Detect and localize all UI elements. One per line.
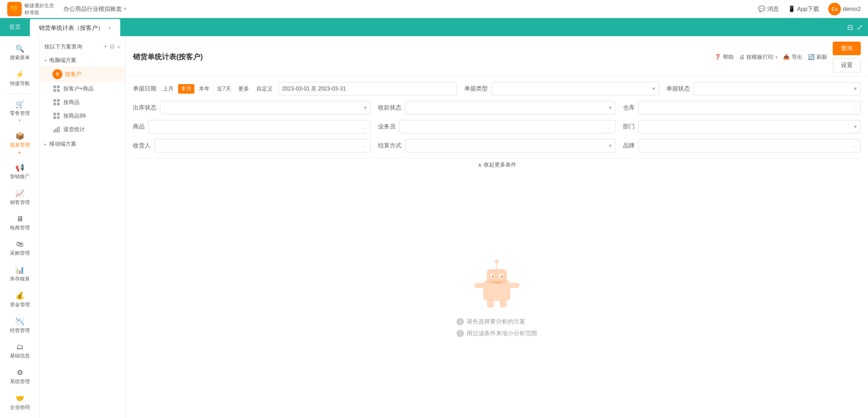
scheme-group-header-mobile[interactable]: ▸ 移动端方案 [40, 138, 125, 150]
order-status-chevron: ▾ [854, 86, 857, 92]
filter-row-4: 收货人 ... 结算方式 ▾ 品牌 [133, 139, 861, 152]
receiver-select[interactable]: ... [154, 139, 371, 152]
product-icon [52, 98, 61, 106]
svg-rect-0 [53, 86, 56, 88]
department-select[interactable]: ▾ [638, 120, 861, 133]
content-area: 按以下方案查询 + ⚙ « ▾ 电脑端方案 客 按客户 [40, 36, 868, 418]
header-actions: ❓ 帮助 🖨 按模板打印 ▾ 📤 导出 🔄 刷新 [714, 42, 861, 72]
out-status-select[interactable]: ▾ [160, 101, 371, 114]
warehouse-dots-icon[interactable]: ... [852, 104, 857, 111]
tab-expand-icon[interactable]: ⤢ [857, 23, 863, 32]
main-content-header: 销货单统计表(按客户) ❓ 帮助 🖨 按模板打印 ▾ 📤 导出 [126, 36, 868, 76]
tab-minimize-icon[interactable]: ⊟ [847, 23, 853, 32]
tab-close-icon[interactable]: × [108, 25, 111, 31]
export-icon: 📤 [783, 54, 790, 60]
message-icon: 💬 [758, 5, 765, 12]
settlement-chevron: ▾ [609, 142, 612, 149]
svg-rect-13 [55, 128, 57, 133]
filter-settlement: 结算方式 ▾ [378, 139, 616, 152]
query-button[interactable]: 查询 [833, 42, 861, 55]
payment-status-select[interactable]: ▾ [405, 101, 616, 114]
tab-home[interactable]: 首页 [0, 18, 30, 36]
collab-icon: 🤝 [15, 394, 24, 403]
user-menu[interactable]: Ea demo2 [828, 3, 861, 15]
tip-num-2: 2 [457, 330, 464, 337]
filter-order-status: 单据状态 ▾ [666, 82, 861, 95]
scheme-item-by-customer-product[interactable]: 按客户+商品 [40, 82, 125, 95]
help-button[interactable]: ❓ 帮助 [714, 53, 734, 61]
sidebar-item-collab[interactable]: 🤝 企业协同 [0, 390, 39, 415]
settings-scheme-icon[interactable]: ⚙ [109, 43, 115, 50]
sidebar-item-ecom[interactable]: 🖥 电商管理 [0, 210, 39, 236]
sidebar-item-marketing[interactable]: 📢 营销推广 [0, 159, 39, 185]
collapse-scheme-icon[interactable]: « [117, 43, 121, 50]
order-type-select[interactable]: ▾ [491, 82, 659, 95]
brand-select[interactable]: ... [638, 139, 861, 152]
industry-selector[interactable]: 办公用品行业模拟账套 ▾ [63, 5, 127, 13]
filter-out-status: 出库状态 ▾ [133, 101, 371, 114]
sidebar-item-guide[interactable]: 🎓 新手引导 [0, 415, 39, 418]
settings-button[interactable]: 设置 [833, 58, 861, 72]
sidebar-item-basic[interactable]: 🗂 基础信息 [0, 338, 39, 364]
svg-rect-3 [57, 89, 60, 92]
logo-area: 🧡 畅捷通好生意 标准版 [7, 2, 54, 16]
date-tab-7days[interactable]: 近7天 [214, 84, 234, 94]
filter-payment-status: 收款状态 ▾ [378, 101, 616, 114]
sidebar-item-search[interactable]: 🔍 搜索菜单 [0, 40, 39, 66]
product-dots-icon[interactable]: ... [362, 124, 367, 130]
date-tab-custom[interactable]: 自定义 [254, 84, 275, 94]
sidebar-item-retail[interactable]: 🛒 零售管理 ▾ [0, 95, 39, 127]
salesperson-select[interactable]: ... [399, 120, 616, 133]
filter-warehouse: 仓库 ... [623, 101, 861, 114]
sidebar-item-inventory[interactable]: 📊 库存核算 [0, 261, 39, 287]
order-status-select[interactable]: ▾ [693, 82, 861, 95]
empty-tips: 1 请先选择要分析的方案 2 用过滤条件来缩小分析范围 [457, 318, 537, 337]
sidebar-item-sales[interactable]: 📈 销售管理 [0, 185, 39, 210]
date-tab-more[interactable]: 更多 [236, 84, 252, 94]
settlement-select[interactable]: ▾ [405, 139, 616, 152]
scheme-group-header-desktop[interactable]: ▾ 电脑端方案 [40, 54, 125, 66]
export-button[interactable]: 📤 导出 [783, 53, 802, 61]
sidebar-item-finance[interactable]: 💰 资金管理 [0, 287, 39, 313]
filter-product: 商品 ... [133, 120, 371, 133]
print-button[interactable]: 🖨 按模板打印 ▾ [739, 53, 778, 61]
svg-point-21 [501, 275, 503, 277]
department-chevron: ▾ [854, 124, 857, 130]
scheme-item-by-customer[interactable]: 客 按客户 [40, 66, 125, 82]
scheme-desktop-group: ▾ 电脑端方案 客 按客户 按客户+商品 按商 [40, 53, 125, 137]
finance-icon: 💰 [15, 291, 24, 300]
tip-num-1: 1 [457, 318, 464, 325]
filter-receiver: 收货人 ... [133, 139, 371, 152]
empty-illustration [470, 258, 524, 312]
warehouse-select[interactable]: ... [638, 101, 861, 114]
main-layout: 🔍 搜索菜单 ⚡ 快捷导航 🛒 零售管理 ▾ 📦 批发管理 ▴ 📢 营销推广 📈… [0, 36, 868, 418]
out-status-chevron: ▾ [364, 104, 367, 111]
salesperson-dots-icon[interactable]: ... [607, 124, 612, 130]
collapse-bar[interactable]: ∧ 收起更多条件 [133, 158, 861, 171]
date-range-input[interactable]: 2023-03-01 至 2023-03-31 [278, 82, 458, 95]
svg-rect-1 [57, 86, 60, 88]
svg-rect-12 [53, 130, 55, 133]
date-tab-this-year[interactable]: 本年 [196, 84, 212, 94]
scheme-item-by-product-99[interactable]: 按商品99 [40, 109, 125, 123]
product-select[interactable]: ... [148, 120, 371, 133]
refresh-button[interactable]: 🔄 刷新 [808, 53, 827, 61]
sidebar-item-wholesale[interactable]: 📦 批发管理 ▴ [0, 127, 39, 159]
payment-status-chevron: ▾ [609, 104, 612, 111]
receiver-dots-icon[interactable]: ... [362, 142, 367, 149]
sidebar-item-purchase[interactable]: 🛍 采购管理 [0, 236, 39, 261]
app-download-button[interactable]: 📱 App下载 [788, 5, 819, 13]
empty-state: 1 请先选择要分析的方案 2 用过滤条件来缩小分析范围 [126, 177, 868, 418]
date-tab-this-month[interactable]: 本月 [178, 84, 194, 94]
sidebar-item-operation[interactable]: 📉 经营管理 [0, 313, 39, 338]
brand-dots-icon[interactable]: ... [852, 142, 857, 149]
tab-active[interactable]: 销货单统计表（按客户） × [30, 19, 120, 37]
sidebar-item-system[interactable]: ⚙ 系统管理 [0, 364, 39, 390]
sidebar-item-quicknav[interactable]: ⚡ 快捷导航 [0, 66, 39, 91]
date-tab-last-month[interactable]: 上月 [160, 84, 176, 94]
tab-bar: 首页 销货单统计表（按客户） × ⊟ ⤢ [0, 18, 868, 36]
scheme-item-return-stats[interactable]: 退货统计 [40, 123, 125, 136]
add-scheme-icon[interactable]: + [104, 43, 108, 51]
message-button[interactable]: 💬 消息 [758, 5, 779, 13]
scheme-item-by-product[interactable]: 按商品 [40, 95, 125, 109]
